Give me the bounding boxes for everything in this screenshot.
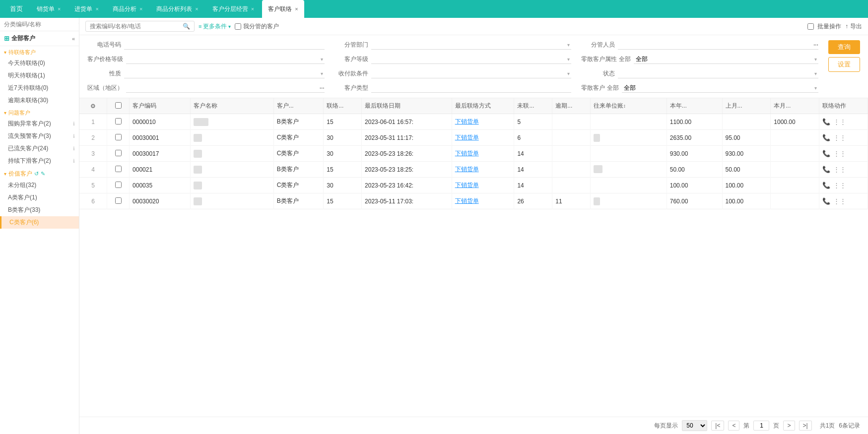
nav-purchase[interactable]: 进货单 ×	[68, 0, 104, 18]
sidebar-item-a-class[interactable]: A类客户(1)	[0, 191, 79, 204]
sidebar-search-input[interactable]	[4, 21, 78, 28]
action-more-icon[interactable]: ⋮⋮	[833, 134, 846, 141]
row-checkbox[interactable]	[107, 178, 130, 193]
customer-type-input[interactable]	[371, 83, 572, 92]
th-no-contact[interactable]: 未联...	[514, 98, 552, 114]
sparse-attr-select[interactable]: 全部	[634, 55, 813, 63]
th-settings[interactable]: ⚙	[79, 98, 107, 114]
sidebar-item-hoarding[interactable]: 囤购异常客户(2)ℹ	[0, 118, 79, 130]
th-last-method[interactable]: 最后联络方式	[452, 98, 514, 114]
nav-goods-list-close[interactable]: ×	[195, 6, 198, 12]
action-phone-icon[interactable]: 📞	[822, 118, 830, 125]
th-action[interactable]: 联络动作	[819, 98, 868, 114]
th-year[interactable]: 本年...	[667, 98, 722, 114]
search-input[interactable]	[90, 23, 183, 30]
sidebar-item-overdue[interactable]: 逾期未联络(30)	[0, 94, 79, 107]
nav-goods-analysis[interactable]: 商品分析 ×	[107, 0, 148, 18]
th-code[interactable]: 客户编码	[130, 98, 191, 114]
row-last-method[interactable]: 下销货单	[452, 193, 514, 209]
row-checkbox[interactable]	[107, 162, 130, 178]
more-conditions-btn[interactable]: ≡ 更多条件 ▾	[199, 22, 231, 31]
batch-op-btn[interactable]: 批量操作	[807, 22, 841, 31]
row-checkbox[interactable]	[107, 130, 130, 146]
manager-more-btn[interactable]: ···	[813, 41, 818, 48]
nature-select[interactable]	[124, 69, 319, 78]
sidebar-all-customers[interactable]: ⊞ 全部客户 «	[0, 31, 79, 46]
region-more-btn[interactable]: ···	[320, 84, 325, 91]
sidebar-item-c-class[interactable]: C类客户(6)	[0, 216, 79, 229]
nav-customer-contact[interactable]: 客户联络 ×	[262, 0, 304, 18]
page-size-select[interactable]: 50 100	[682, 420, 707, 431]
nav-sales[interactable]: 销货单 ×	[31, 0, 67, 18]
my-customers-check[interactable]	[235, 23, 241, 30]
nav-goods-analysis-close[interactable]: ×	[139, 6, 142, 12]
price-level-select[interactable]	[126, 55, 319, 63]
row-last-method[interactable]: 下销货单	[452, 162, 514, 178]
action-more-icon[interactable]: ⋮⋮	[833, 182, 846, 189]
th-customer-type[interactable]: 客户...	[273, 98, 324, 114]
action-phone-icon[interactable]: 📞	[822, 166, 830, 173]
region-input[interactable]	[126, 83, 320, 92]
search-icon[interactable]: 🔍	[183, 23, 190, 30]
set-btn[interactable]: 设置	[828, 57, 860, 72]
row-checkbox[interactable]	[107, 193, 130, 209]
first-page-btn[interactable]: |<	[711, 421, 724, 431]
sidebar-item-7days[interactable]: 近7天待联络(0)	[0, 82, 79, 94]
nav-purchase-close[interactable]: ×	[95, 6, 98, 12]
action-phone-icon[interactable]: 📞	[822, 150, 830, 157]
th-name[interactable]: 客户名称	[191, 98, 274, 114]
action-phone-icon[interactable]: 📞	[822, 182, 830, 189]
row-last-method[interactable]: 下销货单	[452, 130, 514, 146]
export-btn[interactable]: ↑ 导出	[845, 22, 862, 31]
row-last-method[interactable]: 下销货单	[452, 178, 514, 193]
nav-customer-layer-close[interactable]: ×	[251, 6, 254, 12]
sidebar-collapse-icon[interactable]: «	[72, 36, 75, 42]
action-more-icon[interactable]: ⋮⋮	[833, 118, 846, 125]
sidebar-item-tomorrow[interactable]: 明天待联络(1)	[0, 69, 79, 82]
action-phone-icon[interactable]: 📞	[822, 197, 830, 205]
sidebar-item-churn-warning[interactable]: 流失预警客户(3)ℹ	[0, 130, 79, 142]
action-phone-icon[interactable]: 📞	[822, 134, 830, 141]
my-customers-checkbox[interactable]: 我分管的客户	[235, 22, 279, 31]
sidebar-group-value[interactable]: 价值客户 ↺ ✎	[0, 167, 79, 179]
th-balance[interactable]: 往来单位账↕	[591, 98, 667, 114]
th-overdue[interactable]: 逾期...	[552, 98, 591, 114]
sidebar-item-ungrouped[interactable]: 未分组(32)	[0, 179, 79, 191]
manager-input[interactable]	[618, 40, 813, 49]
nav-goods-list[interactable]: 商品分析列表 ×	[150, 0, 204, 18]
sidebar-group-pending[interactable]: 待联络客户	[0, 46, 79, 57]
row-last-method[interactable]: 下销货单	[452, 114, 514, 130]
th-contact[interactable]: 联络...	[324, 98, 362, 114]
last-page-btn[interactable]: >|	[799, 421, 812, 431]
page-number-input[interactable]	[753, 421, 769, 431]
next-page-btn[interactable]: >	[783, 421, 795, 431]
payment-select[interactable]	[371, 69, 566, 78]
nav-customer-layer[interactable]: 客户分层经营 ×	[206, 0, 260, 18]
status-select[interactable]	[618, 69, 813, 78]
sidebar-item-churned[interactable]: 已流失客户(24)ℹ	[0, 142, 79, 155]
query-btn[interactable]: 查询	[828, 40, 860, 54]
sidebar-item-declining[interactable]: 持续下滑客户(2)ℹ	[0, 155, 79, 167]
nav-sales-close[interactable]: ×	[58, 6, 61, 12]
row-type: B类客户	[273, 162, 324, 178]
dept-select[interactable]	[371, 40, 566, 49]
action-more-icon[interactable]: ⋮⋮	[833, 166, 846, 173]
prev-page-btn[interactable]: <	[728, 421, 739, 431]
nav-home[interactable]: 首页	[4, 0, 29, 18]
customer-level-select[interactable]	[371, 55, 566, 63]
sidebar-item-today[interactable]: 今天待联络(0)	[0, 57, 79, 69]
row-last-method[interactable]: 下销货单	[452, 146, 514, 162]
th-last-month[interactable]: 上月...	[722, 98, 771, 114]
nav-customer-contact-close[interactable]: ×	[295, 6, 298, 12]
th-this-month[interactable]: 本月...	[771, 98, 819, 114]
th-checkbox[interactable]	[107, 98, 130, 114]
row-checkbox[interactable]	[107, 114, 130, 130]
phone-input[interactable]	[124, 40, 325, 49]
sidebar-item-b-class[interactable]: B类客户(33)	[0, 204, 79, 216]
sparse-customer-select[interactable]: 全部	[622, 83, 813, 92]
sidebar-group-problem[interactable]: 问题客户	[0, 107, 79, 118]
row-checkbox[interactable]	[107, 146, 130, 162]
action-more-icon[interactable]: ⋮⋮	[833, 197, 846, 205]
th-last-date[interactable]: 最后联络日期	[362, 98, 452, 114]
action-more-icon[interactable]: ⋮⋮	[833, 150, 846, 157]
